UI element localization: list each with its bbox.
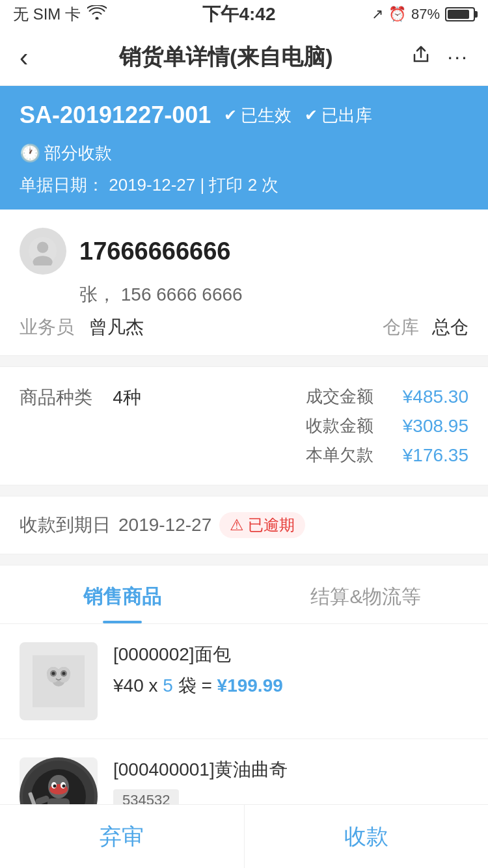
status-bar: 无 SIM 卡 下午4:42 ↗ ⏰ 87% — [0, 0, 488, 29]
customer-contact: 张， 156 6666 6666 — [79, 282, 468, 307]
battery-percent: 87% — [411, 6, 440, 23]
svg-point-1 — [37, 242, 48, 253]
stats-left: 商品种类 4种 — [20, 385, 141, 410]
overdue-badge: ⚠ 已逾期 — [219, 512, 305, 538]
tabs-row: 销售商品 结算&物流等 — [0, 565, 488, 624]
status-left: 无 SIM 卡 — [13, 4, 107, 25]
salesman-row: 业务员 曾凡杰 — [20, 315, 144, 340]
check-icon-2: ✔ — [305, 106, 318, 124]
more-icon[interactable]: ··· — [447, 45, 468, 69]
product-name-1: [0000002]面包 — [113, 642, 468, 667]
page-title: 销货单详情(来自电脑) — [41, 42, 411, 72]
wifi-icon — [87, 5, 107, 23]
svg-point-11 — [52, 672, 55, 675]
status-right: ↗ ⏰ 87% — [372, 6, 475, 23]
received-amount: 收款金额 ¥308.95 — [306, 414, 468, 437]
carrier-label: 无 SIM 卡 — [13, 4, 81, 25]
stats-row: 商品种类 4种 成交金额 ¥485.30 收款金额 ¥308.95 本单欠款 ¥… — [20, 385, 468, 467]
order-meta: 单据日期： 2019-12-27 | 打印 2 次 — [20, 174, 468, 197]
time-display: 下午4:42 — [202, 2, 275, 27]
warning-icon: ⚠ — [230, 516, 244, 534]
alarm-icon: ⏰ — [388, 6, 406, 23]
product-name-2: [000400001]黄油曲奇 — [113, 757, 468, 782]
nav-actions: ··· — [411, 44, 468, 70]
product-item: [0000002]面包 ¥40 x 5 袋 = ¥199.99 — [0, 624, 488, 739]
customer-info-row: 业务员 曾凡杰 仓库 总仓 — [20, 315, 468, 340]
nav-bar: ‹ 销货单详情(来自电脑) ··· — [0, 29, 488, 86]
check-icon-1: ✔ — [224, 106, 237, 124]
debt-amount: 本单欠款 ¥176.35 — [306, 444, 468, 467]
cancel-button[interactable]: 弃审 — [0, 805, 245, 868]
back-button[interactable]: ‹ — [20, 44, 28, 70]
location-icon: ↗ — [372, 6, 383, 23]
stats-section: 商品种类 4种 成交金额 ¥485.30 收款金额 ¥308.95 本单欠款 ¥… — [0, 366, 488, 485]
thumb-placeholder — [20, 642, 98, 720]
status-partial: 🕐 部分收款 — [20, 142, 112, 165]
tab-sales-products[interactable]: 销售商品 — [0, 565, 244, 623]
customer-id-row: 17666666666 — [20, 228, 468, 275]
warehouse-row: 仓库 总仓 — [383, 315, 468, 340]
order-header: SA-20191227-001 ✔ 已生效 ✔ 已出库 🕐 部分收款 单据日期：… — [0, 86, 488, 210]
clock-icon: 🕐 — [20, 143, 40, 163]
customer-name: 17666666666 — [79, 237, 230, 265]
product-thumbnail-1 — [20, 642, 98, 720]
status-effective: ✔ 已生效 — [224, 104, 291, 127]
order-id-row: SA-20191227-001 ✔ 已生效 ✔ 已出库 🕐 部分收款 — [20, 102, 468, 165]
tabs-section: 销售商品 结算&物流等 — [0, 565, 488, 624]
svg-point-19 — [53, 785, 57, 788]
status-shipped: ✔ 已出库 — [305, 104, 372, 127]
share-icon[interactable] — [411, 44, 431, 70]
svg-point-20 — [62, 785, 66, 788]
order-id-text: SA-20191227-001 — [20, 102, 211, 129]
tab-settlement[interactable]: 结算&物流等 — [244, 565, 488, 623]
confirm-button[interactable]: 收款 — [245, 805, 489, 868]
customer-section: 17666666666 张， 156 6666 6666 业务员 曾凡杰 仓库 … — [0, 210, 488, 356]
avatar — [20, 228, 66, 275]
due-section: 收款到期日 2019-12-27 ⚠ 已逾期 — [0, 496, 488, 554]
stats-right: 成交金额 ¥485.30 收款金额 ¥308.95 本单欠款 ¥176.35 — [306, 385, 468, 467]
deal-amount: 成交金额 ¥485.30 — [306, 385, 468, 408]
battery-fill — [448, 10, 469, 19]
svg-point-12 — [62, 672, 66, 675]
product-info-1: [0000002]面包 ¥40 x 5 袋 = ¥199.99 — [113, 642, 468, 698]
bottom-bar: 弃审 收款 — [0, 804, 488, 868]
product-price-1: ¥40 x 5 袋 = ¥199.99 — [113, 673, 468, 698]
battery-indicator — [445, 7, 475, 21]
